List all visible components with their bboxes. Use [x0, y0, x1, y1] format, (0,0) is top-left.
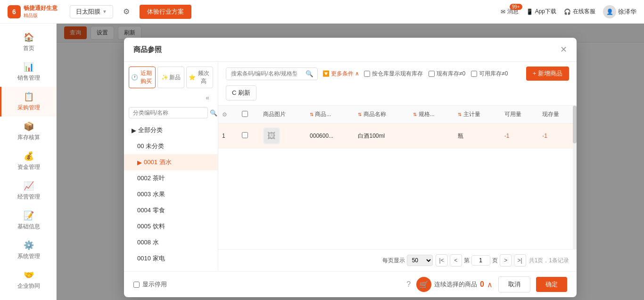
page-nav: |< < 第 页 > >|: [436, 254, 526, 267]
cat-item-fruit[interactable]: 0003 水果: [124, 186, 218, 202]
message-item[interactable]: ✉ 消息 99+: [501, 8, 519, 16]
sort-icon: ⇅: [310, 112, 314, 117]
close-icon[interactable]: ✕: [560, 44, 567, 55]
col-spec[interactable]: ⇅ 规格...: [409, 106, 454, 124]
top-header: 6 畅捷通好生意 精品版 日太阳膜 ▼ ⚙ 体验行业方案 ✉ 消息 99+ 📱 …: [0, 0, 644, 24]
sidebar-item-basic[interactable]: 📝 基础信息: [0, 206, 56, 235]
cat-item-liquor[interactable]: ▶ 0001 酒水: [124, 154, 218, 170]
inventory-icon: 📦: [24, 121, 34, 132]
add-product-button[interactable]: + 新增商品: [526, 67, 569, 81]
scrollbar-thumb: [573, 106, 577, 143]
sidebar-item-finance[interactable]: 💰 资金管理: [0, 146, 56, 176]
layout: 🏠 首页 📊 销售管理 📋 采购管理 📦 库存核算 💰 资金管理 📈 经营管理 …: [0, 24, 644, 300]
sidebar-item-inventory[interactable]: 📦 库存核算: [0, 117, 56, 146]
checkbox-warehouse-input[interactable]: [364, 71, 370, 77]
sidebar-item-operations[interactable]: 📈 经营管理: [0, 176, 56, 206]
col-unit[interactable]: ⇅ 主计量: [454, 106, 500, 124]
settings-icon[interactable]: ⚙: [119, 4, 134, 19]
filter-button[interactable]: 🔽 更多条件 ∧: [322, 70, 359, 78]
row-checkbox[interactable]: [238, 124, 259, 149]
tab-frequent[interactable]: ⭐ 频次高: [186, 67, 213, 88]
product-image: 🖼: [263, 127, 280, 144]
page-number-input[interactable]: [471, 255, 490, 266]
product-table-wrapper: ⚙ 商品图片 ⇅ 商品... ⇅ 商品名称: [218, 106, 577, 249]
modal-overlay: 商品参照 ✕ 🕐 近期购买 ✨ 新: [57, 24, 644, 300]
col-name[interactable]: ⇅ 商品名称: [354, 106, 409, 124]
tab-new[interactable]: ✨ 新品: [157, 67, 184, 88]
checkbox-warehouse[interactable]: 按仓库显示现有库存: [364, 70, 423, 78]
sidebar: 🏠 首页 📊 销售管理 📋 采购管理 📦 库存核算 💰 资金管理 📈 经营管理 …: [0, 24, 57, 300]
service-item[interactable]: 🎧 在线客服: [564, 8, 595, 16]
page-label: 第: [464, 257, 470, 265]
finance-icon: 💰: [24, 151, 34, 161]
checkbox-available-nonzero-input[interactable]: [471, 71, 477, 77]
product-modal: 商品参照 ✕ 🕐 近期购买 ✨ 新: [124, 38, 577, 297]
col-available: 可用量: [501, 106, 539, 124]
app-download-item[interactable]: 📱 App下载: [526, 8, 556, 16]
cat-item-all[interactable]: ▶ 全部分类: [124, 122, 218, 138]
col-settings[interactable]: ⚙: [218, 106, 238, 124]
checkbox-stock-nonzero[interactable]: 现有库存≠0: [429, 70, 465, 78]
new-icon: ✨: [161, 74, 168, 81]
cat-item-uncategorized[interactable]: 00 未分类: [124, 138, 218, 154]
cart-icon[interactable]: 🛒: [416, 277, 431, 292]
cat-item-beverage[interactable]: 0005 饮料: [124, 218, 218, 234]
operations-icon: 📈: [24, 181, 34, 191]
row-code: 000600...: [306, 124, 354, 149]
table-header-row: ⚙ 商品图片 ⇅ 商品... ⇅ 商品名称: [218, 106, 577, 124]
footer-right: ? 🛒 连续选择的商品 0 ∧ 取消 确定: [406, 276, 567, 292]
search-icon[interactable]: 🔍: [210, 109, 217, 117]
prev-page-button[interactable]: <: [450, 254, 462, 267]
modal-body: 🕐 近期购买 ✨ 新品 ⭐ 频次高: [124, 62, 577, 271]
category-search-row: 🔍: [124, 105, 218, 122]
scrollbar[interactable]: [573, 106, 577, 249]
tab-recent[interactable]: 🕐 近期购买: [129, 67, 156, 88]
refresh-product-button[interactable]: C 刷新: [226, 85, 256, 100]
confirm-button[interactable]: 确定: [536, 277, 567, 292]
arrow-right-icon: ▶: [132, 127, 136, 134]
user-info[interactable]: 👤 徐泽华: [603, 5, 636, 18]
headset-icon: 🎧: [564, 8, 571, 15]
sidebar-item-collab[interactable]: 🤝 企业协同: [0, 265, 56, 295]
cat-item-tea[interactable]: 0002 茶叶: [124, 170, 218, 186]
sidebar-item-guide[interactable]: 🎯 新手引导: [0, 295, 56, 300]
checkbox-available-nonzero[interactable]: 可用库存≠0: [471, 70, 508, 78]
collapse-left-icon[interactable]: «: [201, 92, 214, 103]
phone-icon: 📱: [526, 8, 533, 15]
col-code[interactable]: ⇅ 商品...: [306, 106, 354, 124]
row-name: 白酒100ml: [354, 124, 409, 149]
sidebar-item-home[interactable]: 🏠 首页: [0, 27, 56, 57]
sidebar-item-system[interactable]: ⚙️ 系统管理: [0, 235, 56, 265]
basic-icon: 📝: [24, 210, 34, 221]
sales-icon: 📊: [24, 62, 34, 72]
table-row[interactable]: 1 🖼 000600... 白酒100ml: [218, 124, 577, 149]
cancel-button[interactable]: 取消: [498, 276, 530, 292]
next-page-button[interactable]: >: [500, 254, 512, 267]
product-search-button[interactable]: 🔍: [302, 68, 317, 80]
row-image: 🖼: [259, 124, 306, 149]
first-page-button[interactable]: |<: [436, 254, 448, 267]
cat-item-water[interactable]: 0008 水: [124, 234, 218, 250]
chevron-down-icon: ▼: [102, 9, 107, 14]
product-search-input[interactable]: [226, 68, 302, 79]
cat-item-appliance[interactable]: 0010 家电: [124, 250, 218, 267]
sidebar-item-purchase[interactable]: 📋 采购管理: [0, 87, 56, 117]
category-search-input[interactable]: [129, 107, 208, 118]
cat-item-snack[interactable]: 0004 零食: [124, 202, 218, 218]
per-page-select[interactable]: 50 20 100: [407, 255, 433, 266]
search-bar: 🔍: [226, 67, 318, 80]
checkbox-stock-nonzero-input[interactable]: [429, 71, 435, 77]
nav-selector[interactable]: 日太阳膜 ▼: [70, 5, 113, 18]
sidebar-label: 采购管理: [17, 104, 40, 112]
logo-area: 6 畅捷通好生意 精品版: [8, 4, 64, 19]
show-disabled-checkbox[interactable]: 显示停用: [133, 280, 167, 289]
collapse-cart-icon[interactable]: ∧: [487, 280, 493, 289]
help-icon[interactable]: ?: [406, 280, 411, 289]
trial-button[interactable]: 体验行业方案: [140, 5, 191, 19]
last-page-button[interactable]: >|: [514, 254, 526, 267]
logo-text: 畅捷通好生意 精品版: [24, 4, 58, 19]
select-all-checkbox[interactable]: [242, 111, 248, 117]
modal-title: 商品参照: [133, 45, 162, 54]
sidebar-item-sales[interactable]: 📊 销售管理: [0, 57, 56, 87]
show-disabled-input[interactable]: [133, 282, 140, 288]
